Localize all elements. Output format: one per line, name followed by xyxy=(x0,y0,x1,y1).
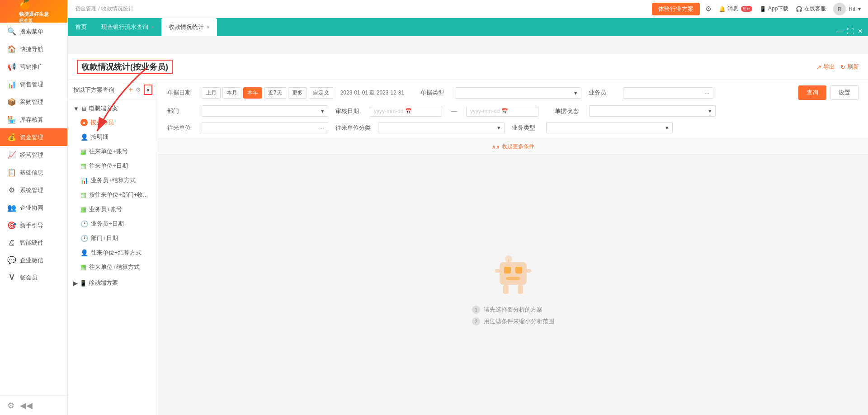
scheme-item-detail[interactable]: 👤 按明细 xyxy=(68,130,158,144)
inventory-icon: 🏪 xyxy=(7,115,16,124)
sidebar-item-guide[interactable]: 🎯 新手引导 xyxy=(0,217,67,234)
more-icon[interactable]: ··· xyxy=(704,90,709,96)
query-btn[interactable]: 查询 xyxy=(798,85,826,100)
sidebar-item-label: 畅会员 xyxy=(20,274,38,282)
sidebar-item-label: 销售管理 xyxy=(20,80,43,89)
sidebar-item-label: 资金管理 xyxy=(20,133,43,141)
refresh-btn[interactable]: ↻ 刷新 xyxy=(840,63,859,71)
collapse-panel-btn[interactable]: « xyxy=(144,85,152,95)
date-btn-more[interactable]: 更多 xyxy=(288,87,307,99)
sidebar-item-search[interactable]: 🔍 搜索菜单 xyxy=(0,23,67,40)
scheme-item-sales-date[interactable]: 🕐 业务员+日期 xyxy=(68,217,158,231)
date-btn-this-year[interactable]: 本年 xyxy=(243,87,262,99)
date-btn-last-month[interactable]: 上月 xyxy=(202,87,221,99)
table-icon1: ▦ xyxy=(80,148,86,155)
sidebar-item-wechat[interactable]: 💬 企业微信 xyxy=(0,251,67,269)
app-name: 畅捷通好生意 xyxy=(19,11,49,18)
sidebar-item-member[interactable]: V 畅会员 xyxy=(0,269,67,286)
trial-button[interactable]: 体验行业方案 xyxy=(652,3,700,15)
scheme-item-sales-settle[interactable]: 📊 业务员+结算方式 xyxy=(68,173,158,188)
messages-btn[interactable]: 🔔 消息 99+ xyxy=(719,5,752,13)
tab-bank-close[interactable]: × xyxy=(151,24,154,30)
table-icon4: ▦ xyxy=(80,206,86,213)
audit-date-end[interactable]: yyyy-mm-dd 📅 xyxy=(466,106,538,117)
main-area: 资金管理 / 收款情况统计 体验行业方案 ⚙ 🔔 消息 99+ 📱 App下载 … xyxy=(68,0,868,415)
date-btn-this-month[interactable]: 本月 xyxy=(222,87,241,99)
salesperson-select[interactable]: ··· xyxy=(623,87,713,99)
svg-rect-1 xyxy=(504,267,511,274)
empty-state: 1 请先选择要分析的方案 2 用过滤条件来缩小分析范围 xyxy=(158,155,868,415)
sidebar-menu: 🔍 搜索菜单 🏠 快捷导航 📢 营销推广 📊 销售管理 📦 采购管理 🏪 库存核… xyxy=(0,23,67,396)
scheme-settings-btn[interactable]: ⚙ xyxy=(136,86,141,93)
member-icon: V xyxy=(7,274,16,282)
partner-category-select[interactable]: ▾ xyxy=(378,122,505,133)
pc-schemes-title[interactable]: ▼ 🖥 电脑端方案 xyxy=(68,102,158,115)
date-btn-custom[interactable]: 自定义 xyxy=(309,87,333,99)
collapse-icon: ∧∧ xyxy=(492,144,500,150)
collapse-bar[interactable]: ∧∧ 收起更多条件 xyxy=(158,139,868,155)
settings-footer-icon[interactable]: ⚙ xyxy=(7,401,14,410)
online-service-label: 在线客服 xyxy=(804,5,826,13)
tab-maximize-btn[interactable]: ⛶ xyxy=(847,28,854,36)
tab-home[interactable]: 首页 xyxy=(68,18,94,36)
partner-more-icon[interactable]: ··· xyxy=(319,124,324,131)
audit-date-start[interactable]: yyyy-mm-dd 📅 xyxy=(370,106,442,117)
triangle-down-icon: ▼ xyxy=(73,105,79,112)
svg-rect-5 xyxy=(526,269,531,273)
partner-select[interactable]: ··· xyxy=(202,122,328,133)
user-area[interactable]: R Rit ▾ xyxy=(833,3,861,15)
doc-status-select[interactable]: ▾ xyxy=(589,105,716,117)
date-btn-7days[interactable]: 近7天 xyxy=(264,87,286,99)
sidebar-item-sales[interactable]: 📊 销售管理 xyxy=(0,75,67,93)
sidebar-item-marketing[interactable]: 📢 营销推广 xyxy=(0,58,67,75)
scheme-item-partner-account[interactable]: ▦ 往来单位+账号 xyxy=(68,144,158,159)
scheme-item-partner-date[interactable]: ▦ 往来单位+日期 xyxy=(68,159,158,173)
tab-minimize-btn[interactable]: — xyxy=(836,28,843,36)
collapse-sidebar-btn[interactable]: ◀◀ xyxy=(20,401,33,410)
export-btn[interactable]: ↗ 导出 xyxy=(816,63,835,71)
sidebar-item-purchase[interactable]: 📦 采购管理 xyxy=(0,93,67,111)
sidebar-item-hardware[interactable]: 🖨 智能硬件 xyxy=(0,234,67,251)
scheme-item-partner-settle2[interactable]: ▦ 往来单位+结算方式 xyxy=(68,260,158,274)
sidebar-footer: ⚙ ◀◀ xyxy=(0,396,67,415)
biz-type-select[interactable]: ▾ xyxy=(546,122,673,133)
svg-rect-3 xyxy=(506,277,520,280)
sidebar-item-operation[interactable]: 📈 经营管理 xyxy=(0,146,67,164)
scheme-item-label: 往来单位+结算方式 xyxy=(89,263,140,271)
gear-button[interactable]: ⚙ xyxy=(705,5,712,13)
sidebar-item-basic[interactable]: 📋 基础信息 xyxy=(0,164,67,181)
scheme-item-dept-date[interactable]: 🕐 部门+日期 xyxy=(68,231,158,245)
sidebar-item-inventory[interactable]: 🏪 库存核算 xyxy=(0,111,67,128)
mobile-schemes-group[interactable]: ▶ 📱 移动端方案 xyxy=(68,276,158,290)
filter-area: 单据日期 上月 本月 本年 近7天 更多 自定义 2023-01-01 至 20… xyxy=(158,80,868,139)
tab-bank[interactable]: 现金银行流水查询 × xyxy=(94,18,161,36)
sidebar-item-quicknav[interactable]: 🏠 快捷导航 xyxy=(0,40,67,58)
sidebar-item-label: 快捷导航 xyxy=(20,45,43,53)
scheme-item-salesperson[interactable]: ● 按业务员 xyxy=(68,115,158,130)
sidebar-item-system[interactable]: ⚙ 系统管理 xyxy=(0,181,67,199)
scheme-item-partner-settle1[interactable]: 👤 往来单位+结算方式 xyxy=(68,245,158,260)
page-title: 收款情况统计(按业务员) xyxy=(77,60,173,74)
scheme-item-sales-account[interactable]: ▦ 业务员+账号 xyxy=(68,202,158,217)
empty-tips: 1 请先选择要分析的方案 2 用过滤条件来缩小分析范围 xyxy=(472,306,554,325)
svg-rect-2 xyxy=(515,267,522,274)
refresh-label: 刷新 xyxy=(847,63,859,71)
tab-receipt[interactable]: 收款情况统计 × xyxy=(161,18,217,36)
tab-close-all-btn[interactable]: × xyxy=(858,27,863,36)
sidebar-item-collab[interactable]: 👥 企业协同 xyxy=(0,199,67,217)
tab-receipt-close[interactable]: × xyxy=(207,24,210,30)
settings-btn[interactable]: 设置 xyxy=(830,85,859,100)
guide-icon: 🎯 xyxy=(7,221,16,230)
dept-select[interactable]: ▾ xyxy=(202,105,328,117)
app-logo: 🍊 畅捷通好生意 标准版 xyxy=(0,0,67,23)
sidebar-item-finance[interactable]: 💰 资金管理 xyxy=(0,128,67,146)
triangle-right-icon: ▶ xyxy=(73,280,78,287)
doc-type-select[interactable]: ▾ xyxy=(455,87,581,99)
add-scheme-btn[interactable]: + xyxy=(128,86,132,94)
scheme-item-partner-dept[interactable]: ▦ 按往来单位+部门+收... xyxy=(68,188,158,202)
scheme-item-label: 按往来单位+部门+收... xyxy=(89,191,148,199)
app-download-btn[interactable]: 📱 App下载 xyxy=(760,5,788,13)
online-service-btn[interactable]: 🎧 在线客服 xyxy=(796,5,826,13)
doc-status-label: 单据状态 xyxy=(555,107,582,115)
export-icon: ↗ xyxy=(816,64,821,71)
